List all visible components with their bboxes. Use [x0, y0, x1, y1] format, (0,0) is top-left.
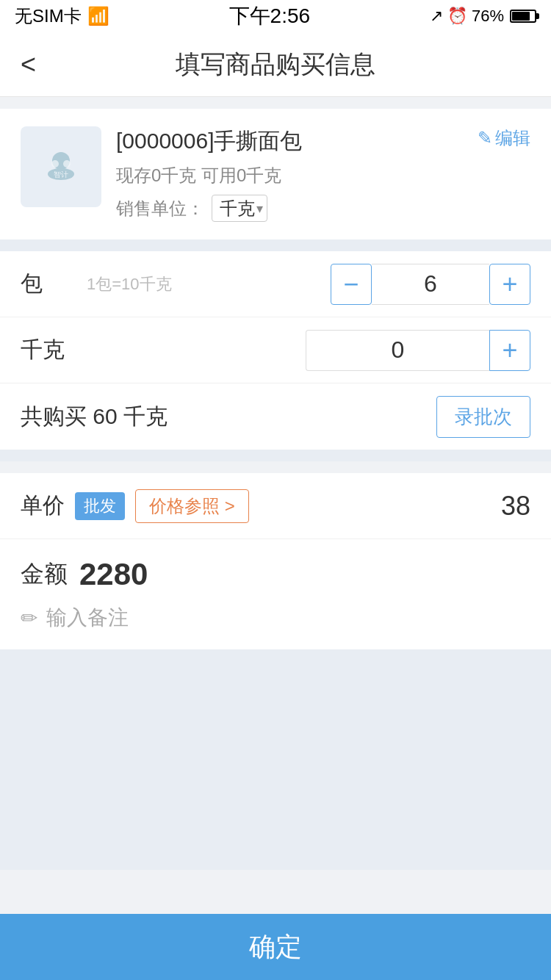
bao-increment-button[interactable]: +: [489, 264, 530, 305]
price-label: 单价: [21, 491, 65, 521]
unit-label: 销售单位：: [116, 197, 204, 220]
kg-label: 千克: [21, 335, 79, 365]
price-reference-button[interactable]: 价格参照 >: [135, 489, 249, 523]
price-section: 单价 批发 价格参照 > 38: [0, 473, 551, 539]
alarm-icon: ⏰: [447, 7, 467, 26]
product-unit-row: 销售单位： 千克: [116, 195, 530, 222]
bao-decrement-button[interactable]: −: [331, 264, 372, 305]
amount-label: 金额: [21, 558, 68, 591]
back-button[interactable]: <: [21, 49, 36, 80]
bao-input[interactable]: [372, 264, 489, 305]
price-ref-label: 价格参照 >: [149, 494, 235, 518]
total-row: 共购买 60 千克 录批次: [0, 383, 551, 450]
unit-select-wrapper[interactable]: 千克: [212, 195, 267, 222]
svg-point-2: [63, 160, 71, 167]
confirm-button[interactable]: 确定: [0, 914, 551, 980]
product-name: [0000006]手撕面包: [116, 126, 530, 156]
product-thumbnail: 智计: [21, 126, 101, 207]
gray-area: [0, 649, 551, 870]
amount-value: 2280: [79, 557, 148, 592]
unit-select[interactable]: 千克: [212, 195, 267, 222]
section-separator-1: [0, 239, 551, 251]
kg-increment-button[interactable]: +: [489, 330, 530, 371]
price-row: 单价 批发 价格参照 > 38: [0, 473, 551, 539]
location-icon: ↗: [430, 7, 443, 26]
remark-text: 输入备注: [46, 604, 129, 632]
wifi-icon: 📶: [87, 6, 109, 26]
product-logo-icon: 智计: [39, 145, 83, 189]
remark-row[interactable]: ✏ 输入备注: [21, 604, 530, 632]
status-bar: 无SIM卡 📶 下午2:56 ↗ ⏰ 76%: [0, 0, 551, 32]
bao-input-row: 包 1包=10千克 − +: [0, 251, 551, 317]
bao-label: 包: [21, 269, 79, 299]
bao-hint: 1包=10千克: [87, 273, 331, 295]
product-card: 智计 [0000006]手撕面包 现存0千克 可用0千克 销售单位： 千克 ✎ …: [0, 109, 551, 239]
page-title: 填写商品购买信息: [176, 48, 375, 82]
edit-label: 编辑: [495, 126, 530, 150]
price-tag: 批发: [75, 492, 125, 520]
product-info: [0000006]手撕面包 现存0千克 可用0千克 销售单位： 千克: [116, 126, 530, 222]
product-stock: 现存0千克 可用0千克: [116, 164, 530, 187]
svg-point-1: [51, 160, 59, 167]
status-right: ↗ ⏰ 76%: [430, 7, 536, 26]
amount-section: 金额 2280 ✏ 输入备注: [0, 539, 551, 649]
total-label: 共购买 60 千克: [21, 402, 436, 432]
status-carrier: 无SIM卡 📶: [15, 4, 109, 28]
edit-button[interactable]: ✎ 编辑: [478, 126, 530, 150]
input-section: 包 1包=10千克 − + 千克 +: [0, 251, 551, 383]
edit-icon: ✎: [478, 128, 492, 148]
bao-stepper: − +: [331, 264, 530, 305]
batch-button[interactable]: 录批次: [436, 396, 530, 438]
battery-icon: [510, 10, 536, 23]
svg-text:智计: 智计: [54, 170, 68, 179]
kg-stepper: +: [306, 330, 530, 371]
kg-input[interactable]: [306, 330, 489, 371]
amount-row: 金额 2280: [21, 557, 530, 592]
remark-icon: ✏: [21, 606, 37, 630]
carrier-text: 无SIM卡: [15, 4, 82, 28]
section-separator-2: [0, 450, 551, 461]
battery-percent: 76%: [472, 7, 504, 26]
nav-bar: < 填写商品购买信息: [0, 32, 551, 97]
price-value: 38: [501, 491, 530, 522]
status-time: 下午2:56: [229, 2, 311, 30]
kg-input-row: 千克 +: [0, 317, 551, 383]
